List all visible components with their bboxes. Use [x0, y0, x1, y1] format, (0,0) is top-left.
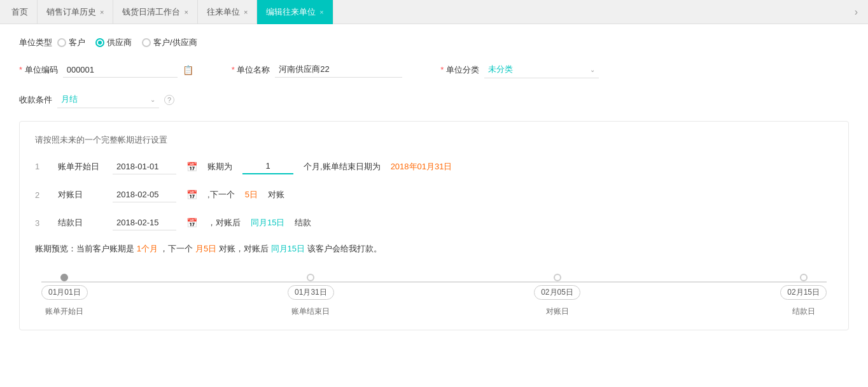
row-3-num: 3 — [35, 218, 48, 228]
row-1-period-unit: 个月,账单结束日期为 — [304, 161, 381, 172]
unit-type-row: 单位类型 客户 供应商 客户/供应商 — [19, 37, 849, 48]
tab-home[interactable]: 首页 — [5, 0, 38, 24]
unit-code-label: 单位编码 — [19, 64, 58, 76]
section-box: 请按照未来的一个完整帐期进行设置 1 账单开始日 📅 账期为 个月,账单结束日期… — [19, 121, 849, 330]
radio-customer[interactable]: 客户 — [57, 37, 85, 48]
unit-name-group: 单位名称 — [232, 62, 403, 78]
tab-edit-partner-label: 编辑往来单位 — [266, 6, 316, 18]
payment-term-group: 收款条件 月结 ⌄ ? — [19, 91, 174, 108]
tab-home-label: 首页 — [11, 6, 28, 18]
preview-label: 账期预览：当前客户账期是 — [35, 244, 134, 253]
row-1-period-label: 账期为 — [207, 161, 232, 172]
row-1-num: 1 — [35, 162, 48, 171]
row-3-date-input[interactable] — [113, 215, 176, 230]
timeline-label-3: 结款日 — [792, 306, 815, 317]
timeline-point-1: 01月31日 账单结束日 — [288, 274, 334, 317]
timeline-point-2: 02月05日 对账日 — [534, 274, 580, 317]
timeline-points: 01月01日 账单开始日 01月31日 账单结束日 02月05日 对账日 — [41, 274, 827, 317]
preview-mid1: ，下一个 — [160, 244, 193, 253]
radio-supplier-circle — [95, 38, 104, 47]
payment-term-arrow: ⌄ — [150, 96, 155, 103]
timeline-dot-3 — [800, 274, 808, 281]
tab-sales-history-close[interactable]: × — [100, 8, 104, 16]
tab-edit-partner-close[interactable]: × — [319, 8, 323, 16]
section-row-3: 3 结款日 📅 ，对账后 同月15日 结款 — [35, 215, 833, 230]
tab-cash-work[interactable]: 钱货日清工作台 × — [113, 0, 197, 24]
preview-teal: 同月15日 — [271, 244, 305, 253]
preview-end: 该客户会给我打款。 — [307, 244, 382, 253]
radio-customer-circle — [57, 38, 66, 47]
preview-mid2: 对账，对账后 — [219, 244, 269, 253]
section-title: 请按照未来的一个完整帐期进行设置 — [35, 134, 833, 146]
timeline-date-1: 01月31日 — [288, 285, 334, 300]
tab-partner-close[interactable]: × — [244, 8, 248, 16]
timeline-label-1: 账单结束日 — [291, 306, 330, 317]
row-1-label: 账单开始日 — [58, 161, 102, 172]
row-1-period-result: 2018年01月31日 — [391, 161, 452, 172]
timeline: 01月01日 账单开始日 01月31日 账单结束日 02月05日 对账日 — [35, 274, 833, 317]
timeline-dot-0 — [60, 274, 68, 281]
radio-supplier[interactable]: 供应商 — [95, 37, 132, 48]
tab-bar: 首页 销售订单历史 × 钱货日清工作台 × 往来单位 × 编辑往来单位 × › — [0, 0, 868, 24]
section-row-1: 1 账单开始日 📅 账期为 个月,账单结束日期为 2018年01月31日 — [35, 158, 833, 174]
tab-cash-work-label: 钱货日清工作台 — [122, 6, 180, 18]
main-content: 单位类型 客户 供应商 客户/供应商 单位编码 📋 — [0, 24, 868, 387]
unit-category-label: 单位分类 — [440, 64, 479, 76]
timeline-label-0: 账单开始日 — [45, 306, 83, 317]
row-3-suffix-teal: 同月15日 — [251, 217, 284, 229]
unit-type-label: 单位类型 — [19, 37, 52, 48]
unit-name-label: 单位名称 — [232, 64, 270, 76]
payment-term-label: 收款条件 — [19, 94, 52, 106]
tab-cash-work-close[interactable]: × — [184, 8, 188, 16]
section-row-2: 2 对账日 📅 ,下一个 5日 对账 — [35, 187, 833, 202]
timeline-point-3: 02月15日 结款日 — [780, 274, 827, 317]
row-1-period-input[interactable] — [242, 158, 293, 174]
preview-orange2: 月5日 — [195, 244, 216, 253]
unit-code-input[interactable] — [63, 62, 178, 78]
unit-category-select[interactable]: 未分类 ⌄ — [484, 61, 599, 78]
row-3-suffix-post: 结款 — [295, 217, 311, 229]
row-3-cal-icon[interactable]: 📅 — [186, 218, 197, 228]
row-2-label: 对账日 — [58, 189, 102, 201]
radio-both-label: 客户/供应商 — [153, 37, 197, 48]
timeline-dot-1 — [307, 274, 314, 281]
radio-both[interactable]: 客户/供应商 — [142, 37, 197, 48]
row-1-date-input[interactable] — [113, 159, 176, 174]
unit-type-group: 单位类型 客户 供应商 客户/供应商 — [19, 37, 197, 48]
tab-expand-icon[interactable]: › — [850, 6, 863, 18]
tab-edit-partner[interactable]: 编辑往来单位 × — [257, 0, 333, 24]
row-1-cal-icon[interactable]: 📅 — [186, 162, 197, 172]
unit-code-group: 单位编码 📋 — [19, 62, 193, 78]
unit-category-value: 未分类 — [488, 64, 587, 75]
preview-row: 账期预览：当前客户账期是 1个月 ，下一个 月5日 对账，对账后 同月15日 该… — [35, 243, 833, 255]
unit-name-input[interactable] — [275, 62, 402, 78]
timeline-date-3: 02月15日 — [780, 285, 827, 300]
tab-partner[interactable]: 往来单位 × — [198, 0, 257, 24]
row-3-label: 结款日 — [58, 217, 102, 229]
tab-sales-history-label: 销售订单历史 — [46, 6, 96, 18]
help-icon[interactable]: ? — [164, 95, 174, 105]
timeline-date-0: 01月01日 — [41, 285, 88, 300]
radio-supplier-label: 供应商 — [107, 37, 132, 48]
unit-category-arrow: ⌄ — [590, 66, 595, 73]
row-2-date-input[interactable] — [113, 187, 176, 202]
row-2-suffix-pre: ,下一个 — [207, 189, 235, 201]
radio-customer-label: 客户 — [69, 37, 85, 48]
timeline-label-2: 对账日 — [546, 306, 569, 317]
row-2-suffix-orange: 5日 — [245, 189, 258, 201]
preview-orange1: 1个月 — [137, 244, 158, 253]
row-2-suffix-post: 对账 — [268, 189, 284, 201]
radio-group: 客户 供应商 客户/供应商 — [57, 37, 197, 48]
unit-category-group: 单位分类 未分类 ⌄ — [440, 61, 599, 78]
row-2-cal-icon[interactable]: 📅 — [186, 190, 197, 200]
payment-term-value: 月结 — [61, 94, 148, 105]
payment-term-row: 收款条件 月结 ⌄ ? — [19, 91, 849, 108]
unit-code-icon[interactable]: 📋 — [183, 65, 193, 75]
payment-term-select[interactable]: 月结 ⌄ — [57, 91, 159, 108]
tab-partner-label: 往来单位 — [207, 6, 240, 18]
tab-sales-history[interactable]: 销售订单历史 × — [38, 0, 113, 24]
code-name-category-row: 单位编码 📋 单位名称 单位分类 未分类 ⌄ — [19, 61, 849, 78]
radio-both-circle — [142, 38, 151, 47]
row-2-num: 2 — [35, 190, 48, 200]
row-3-suffix-pre: ，对账后 — [207, 217, 241, 229]
